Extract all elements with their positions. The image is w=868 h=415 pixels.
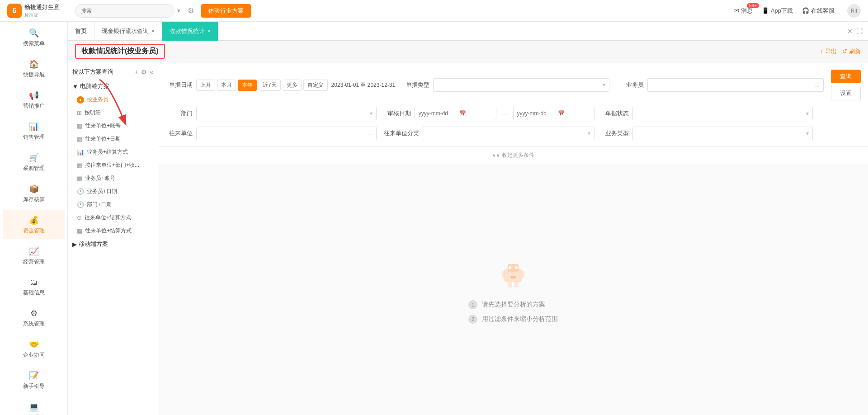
date-btn-last-month[interactable]: 上月: [196, 80, 215, 91]
export-btn[interactable]: ↑ 导出: [821, 47, 837, 56]
review-date-from-field[interactable]: [419, 110, 459, 117]
salesman-more-icon: ...: [815, 82, 820, 88]
messages-btn[interactable]: ✉ 消息 99+: [734, 7, 753, 15]
main-layout: 🔍 搜索菜单 🏠 快捷导航 📢 营销推广 📊 销售管理 🛒 采购管理 📦 库存核…: [0, 0, 868, 415]
filter-cell-review-date: 审核日期 📅 — 📅: [384, 107, 595, 120]
sidebar-item-sales[interactable]: 📊 销售管理: [3, 116, 65, 146]
scheme-item-unit-date[interactable]: ▦ 往来单位+日期: [68, 132, 158, 146]
service-icon: 🎧: [802, 7, 809, 14]
scheme-mobile-category[interactable]: ▶ 移动端方案: [68, 237, 158, 251]
online-service-btn[interactable]: 🎧 在线客服: [802, 7, 835, 15]
query-btn[interactable]: 查询: [831, 70, 861, 83]
partner-input[interactable]: ...: [196, 127, 377, 140]
dept-label: 部门: [165, 109, 193, 118]
sidebar-item-guide[interactable]: 📝 新手引导: [3, 365, 65, 395]
scheme-icon-unit-dept: ▦: [77, 162, 82, 169]
scheme-item-unit-settlement1[interactable]: ⊙ 往来单位+结算方式: [68, 211, 158, 224]
step-num-2: 2: [468, 315, 477, 324]
app-download-label: App下载: [771, 7, 793, 15]
filter-cell-voucher-status: 单据状态 ▾: [602, 107, 813, 120]
tab-bank-flow[interactable]: 现金银行流水查询 ×: [94, 22, 162, 41]
settings-btn[interactable]: 设置: [831, 86, 861, 100]
scheme-icon-unit-settlement2: ▦: [77, 227, 82, 234]
scheme-settings-icon[interactable]: ⚙: [141, 68, 147, 75]
scheme-item-salesman-account[interactable]: ▦ 业务员+账号: [68, 172, 158, 185]
calendar-icon-from[interactable]: 📅: [459, 110, 466, 117]
search-dropdown-icon[interactable]: ▾: [177, 7, 180, 14]
basic-info-icon: 🗂: [30, 278, 38, 287]
user-avatar[interactable]: Rit: [847, 4, 861, 18]
scheme-item-unit-account[interactable]: ▦ 往来单位+账号: [68, 119, 158, 132]
partner-category-input[interactable]: ▾: [423, 127, 595, 140]
tab-bar: 首页 现金银行流水查询 × 收款情况统计 × ✕ ⛶: [68, 22, 868, 41]
empty-steps: 1 请先选择要分析的方案 2 用过滤条件来缩小分析范围: [468, 300, 558, 324]
calendar-icon-to[interactable]: 📅: [558, 110, 565, 117]
page-title: 收款情况统计(按业务员): [81, 47, 159, 55]
window-expand-btn[interactable]: ⛶: [856, 28, 863, 35]
finance-icon: 💰: [29, 215, 39, 225]
scheme-collapse-icon[interactable]: «: [150, 68, 153, 75]
sidebar-item-quick-nav[interactable]: 🏠 快捷导航: [3, 54, 65, 83]
dept-input[interactable]: ▾: [196, 107, 377, 120]
partner-category-down-arrow: ▾: [588, 130, 590, 137]
enterprise-icon: 🤝: [29, 340, 39, 349]
sidebar-item-enterprise[interactable]: 🤝 企业协同: [3, 334, 65, 363]
scheme-item-unit-settlement2[interactable]: ▦ 往来单位+结算方式: [68, 224, 158, 237]
sidebar-item-smart-hw[interactable]: 💻 智能硬件: [3, 396, 65, 415]
scheme-icon-unit-settlement1: ⊙: [77, 214, 82, 221]
date-btn-custom[interactable]: 自定义: [303, 80, 328, 91]
sidebar-item-purchase[interactable]: 🛒 采购管理: [3, 147, 65, 177]
scheme-item-by-salesman[interactable]: ● 按业务员: [68, 93, 158, 106]
business-type-input[interactable]: ▾: [632, 127, 813, 140]
svg-point-4: [515, 266, 518, 269]
sidebar-item-operations[interactable]: 📈 经营管理: [3, 241, 65, 270]
sidebar-label-sales: 销售管理: [23, 133, 45, 141]
tab-bank-flow-close[interactable]: ×: [151, 28, 155, 34]
sidebar-item-search-menu[interactable]: 🔍 搜索菜单: [3, 23, 65, 52]
app-download-btn[interactable]: 📱 App下载: [762, 7, 793, 15]
date-btn-this-year[interactable]: 本年: [238, 80, 257, 91]
scheme-item-label-dept-date: 部门+日期: [87, 201, 112, 208]
review-date-from-input[interactable]: 📅: [415, 107, 496, 120]
sidebar-item-marketing[interactable]: 📢 营销推广: [3, 85, 65, 114]
sidebar: 🔍 搜索菜单 🏠 快捷导航 📢 营销推广 📊 销售管理 🛒 采购管理 📦 库存核…: [0, 22, 68, 415]
voucher-type-input[interactable]: ▾: [433, 78, 609, 92]
app-name: 畅捷通好生意: [24, 3, 60, 11]
top-header: 6 畅捷通好生意 标准版 ▾ ⚙ 体验行业方案 ✉ 消息 99+ 📱 App下载…: [0, 0, 868, 22]
date-btn-7days[interactable]: 近7天: [259, 80, 281, 91]
scheme-item-unit-dept-collect[interactable]: ▦ 按往来单位+部门+收...: [68, 159, 158, 172]
scheme-add-icon[interactable]: +: [135, 68, 138, 75]
review-date-to-field[interactable]: [517, 110, 558, 117]
sidebar-item-system[interactable]: ⚙ 系统管理: [3, 303, 65, 332]
refresh-btn[interactable]: ↺ 刷新: [842, 47, 861, 56]
voucher-status-down-arrow: ▾: [806, 110, 809, 117]
review-date-to-input[interactable]: 📅: [513, 107, 595, 120]
voucher-status-input[interactable]: ▾: [632, 107, 813, 120]
sidebar-item-finance[interactable]: 💰 资金管理: [3, 210, 65, 239]
settings-icon[interactable]: ⚙: [188, 6, 194, 15]
tab-home[interactable]: 首页: [68, 22, 94, 41]
scheme-desktop-category[interactable]: ▼ 电脑端方案: [68, 80, 158, 93]
sidebar-item-basic-info[interactable]: 🗂 基础信息: [3, 272, 65, 301]
sidebar-item-inventory[interactable]: 📦 库存核算: [3, 179, 65, 208]
scheme-item-dept-date[interactable]: 🕐 部门+日期: [68, 198, 158, 211]
collapse-bar[interactable]: ∧∧ 收起更多条件: [158, 146, 868, 164]
quick-nav-icon: 🏠: [29, 59, 39, 69]
scheme-item-by-detail[interactable]: ⊞ 按明细: [68, 106, 158, 119]
search-input[interactable]: [75, 4, 175, 18]
salesman-input[interactable]: ...: [647, 78, 824, 92]
scheme-item-label-salesman-settlement: 业务员+结算方式: [87, 148, 128, 156]
tab-receivable-stats[interactable]: 收款情况统计 ×: [162, 22, 218, 41]
scheme-icon-salesman-date: 🕐: [77, 188, 84, 195]
window-close-btn[interactable]: ✕: [847, 28, 853, 35]
scheme-icon-dept-date: 🕐: [77, 201, 84, 208]
filter-cell-date: 单据日期 上月 本月 本年 近7天 更多 自定义 2023-01-01: [165, 80, 395, 91]
tab-receivable-stats-close[interactable]: ×: [208, 28, 211, 34]
date-btn-more[interactable]: 更多: [283, 80, 302, 91]
scheme-item-salesman-date[interactable]: 🕐 业务员+日期: [68, 185, 158, 198]
date-btn-this-month[interactable]: 本月: [217, 80, 236, 91]
scheme-item-salesman-settlement[interactable]: 📊 业务员+结算方式: [68, 146, 158, 159]
trial-btn[interactable]: 体验行业方案: [201, 4, 251, 18]
system-icon: ⚙: [30, 308, 38, 318]
svg-rect-9: [514, 281, 519, 288]
